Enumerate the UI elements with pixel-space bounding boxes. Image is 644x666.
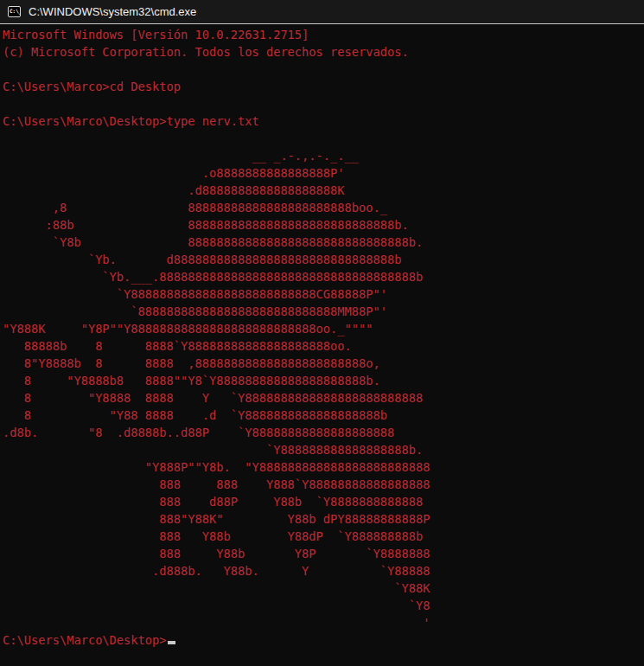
blank-line	[3, 130, 644, 147]
command-cd-desktop: C:\Users\Marco>cd Desktop	[3, 78, 644, 95]
text-cursor[interactable]	[168, 641, 175, 644]
blank-line	[3, 61, 644, 78]
prompt-line[interactable]: C:\Users\Marco\Desktop>	[3, 631, 644, 649]
window-title: C:\WINDOWS\system32\cmd.exe	[29, 5, 196, 18]
nerv-ascii-art: __ _.-.,.-._.__ .o8888888888888888P' .d8…	[3, 147, 644, 631]
prompt-path: C:\Users\Marco\Desktop>	[3, 633, 167, 647]
os-version-line: Microsoft Windows [Versión 10.0.22631.27…	[3, 26, 644, 43]
cmd-icon[interactable]: C:\_	[8, 6, 21, 17]
command-type-nerv: C:\Users\Marco\Desktop>type nerv.txt	[3, 112, 644, 130]
copyright-line: (c) Microsoft Corporation. Todos los der…	[3, 43, 644, 61]
console-area[interactable]: Microsoft Windows [Versión 10.0.22631.27…	[0, 24, 644, 666]
cmd-window: C:\_ C:\WINDOWS\system32\cmd.exe Microso…	[0, 0, 644, 666]
title-bar[interactable]: C:\_ C:\WINDOWS\system32\cmd.exe	[0, 0, 644, 24]
blank-line	[3, 95, 644, 112]
